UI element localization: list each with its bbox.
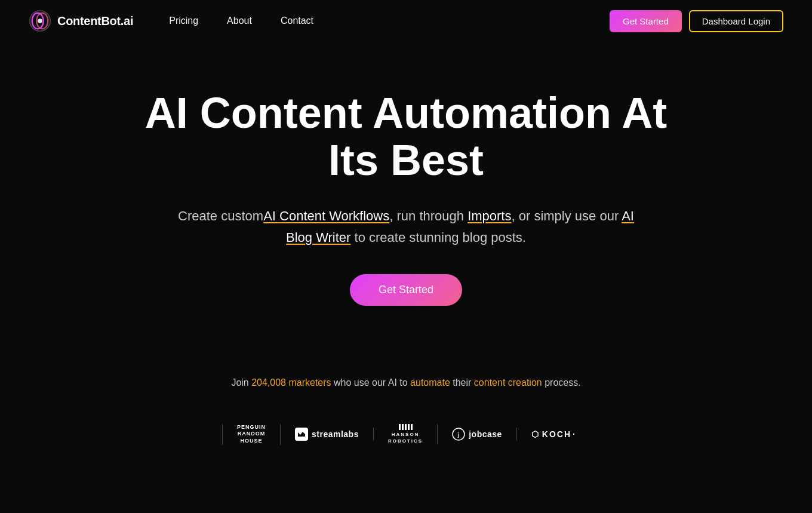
hero-section: AI Content Automation At Its Best Create…	[0, 42, 812, 342]
hero-title: AI Content Automation At Its Best	[137, 90, 675, 184]
svg-text:j: j	[457, 432, 460, 438]
nav-right: Get Started Dashboard Login	[610, 10, 783, 32]
social-proof-section: Join 204,008 marketers who use our AI to…	[0, 342, 812, 412]
koch-icon-svg: ⬡	[531, 429, 541, 439]
contentbot-logo-icon	[29, 10, 51, 32]
logos-row: PENGUIN RANDOM HOUSE streamlabs	[222, 424, 590, 445]
svg-point-3	[38, 19, 42, 23]
partner-logos-section: PENGUIN RANDOM HOUSE streamlabs	[0, 412, 812, 481]
logo-text: ContentBot.ai	[57, 14, 133, 28]
hero-subtitle-text-3: , or simply use our	[511, 208, 622, 223]
social-proof-automate: automate	[410, 377, 450, 388]
navbar: ContentBot.ai Pricing About Contact Get …	[0, 0, 812, 42]
hero-subtitle: Create customAI Content Workflows, run t…	[173, 205, 639, 247]
logo-koch: ⬡ KOCH ·	[517, 429, 590, 439]
nav-link-pricing[interactable]: Pricing	[169, 16, 198, 26]
hero-get-started-button[interactable]: Get Started	[350, 274, 462, 306]
nav-dashboard-login-button[interactable]: Dashboard Login	[689, 10, 783, 32]
nav-links: Pricing About Contact	[169, 16, 313, 26]
nav-left: ContentBot.ai Pricing About Contact	[29, 10, 313, 32]
logo-hanson-robotics: HANSON ROBOTICS	[374, 424, 438, 444]
streamlabs-icon	[295, 428, 308, 441]
hero-subtitle-text-1: Create custom	[178, 208, 263, 223]
logo[interactable]: ContentBot.ai	[29, 10, 133, 32]
jobcase-icon-svg: j	[452, 428, 465, 441]
social-proof-mid2: their	[450, 377, 474, 388]
hero-link-workflows[interactable]: AI Content Workflows	[263, 208, 389, 223]
nav-link-contact[interactable]: Contact	[281, 16, 313, 26]
nav-link-about[interactable]: About	[227, 16, 252, 26]
logo-streamlabs: streamlabs	[281, 428, 374, 441]
social-proof-count: 204,008 marketers	[251, 377, 331, 388]
logo-jobcase: j jobcase	[438, 428, 517, 441]
social-proof-mid1: who use our AI to	[331, 377, 411, 388]
hero-subtitle-text-2: , run through	[389, 208, 467, 223]
social-proof-prefix: Join	[231, 377, 251, 388]
hero-subtitle-text-4: to create stunning blog posts.	[350, 230, 526, 245]
nav-get-started-button[interactable]: Get Started	[610, 10, 682, 32]
svg-text:⬡: ⬡	[531, 429, 539, 439]
social-proof-suffix: process.	[542, 377, 581, 388]
social-proof-content: content creation	[474, 377, 542, 388]
hero-link-imports[interactable]: Imports	[467, 208, 511, 223]
logo-penguin-random-house: PENGUIN RANDOM HOUSE	[222, 424, 281, 445]
